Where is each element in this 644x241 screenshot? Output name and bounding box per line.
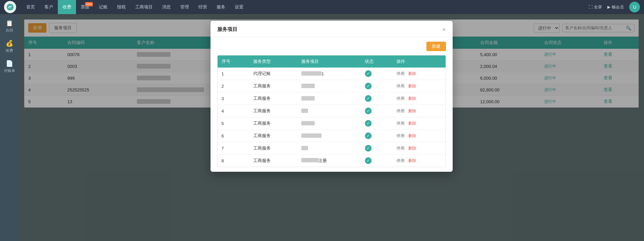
modal-cell-item (297, 130, 361, 142)
nav-settings[interactable]: 设置 (230, 0, 248, 14)
stop-button[interactable]: 停用 (396, 133, 405, 138)
modal-cell-seq: 4 (218, 105, 249, 117)
fullscreen-btn[interactable]: ⛶ 全屏 (589, 4, 602, 10)
modal-cell-seq: 1 (218, 68, 249, 80)
modal-cell-action: 停用 删除 (392, 130, 446, 142)
modal-cell-seq: 2 (218, 80, 249, 92)
modal-cell-item (297, 80, 361, 92)
modal-header-row: 序号 服务类型 服务项目 状态 操作 (218, 55, 446, 68)
modal-cell-seq: 3 (218, 92, 249, 105)
delete-button[interactable]: 删除 (408, 158, 416, 163)
list-item: 1 代理记账 1 ✓ 停用 删除 (218, 68, 446, 80)
stop-button[interactable]: 停用 (396, 109, 405, 113)
top-nav: 首页 客户 收费 票据 new 记账 报税 工商项目 消息 管理 经营 服务 设… (0, 0, 644, 14)
list-item: 4 工商服务 ✓ 停用 删除 (218, 105, 446, 117)
stop-button[interactable]: 停用 (396, 121, 405, 126)
stop-button[interactable]: 停用 (396, 84, 405, 88)
statement-icon: 📄 (6, 60, 13, 67)
stop-button[interactable]: 停用 (396, 146, 405, 151)
status-check-icon: ✓ (365, 157, 372, 164)
modal-cell-action: 停用 删除 (392, 92, 446, 105)
nav-home[interactable]: 首页 (22, 0, 40, 14)
sidebar-item-statement[interactable]: 📄 对账单 (1, 57, 18, 76)
nav-tax[interactable]: 报税 (112, 0, 130, 14)
delete-button[interactable]: 删除 (408, 146, 416, 151)
delete-button[interactable]: 删除 (408, 109, 416, 113)
modal-cell-item (297, 105, 361, 117)
sidebar-item-contract-label: 合同 (6, 28, 13, 33)
modal-cell-type: 工商服务 (249, 80, 297, 92)
modal-new-button[interactable]: 新建 (426, 42, 446, 51)
modal-col-seq: 序号 (218, 55, 249, 68)
nav-service[interactable]: 服务 (212, 0, 230, 14)
status-check-icon: ✓ (365, 145, 372, 152)
modal-cell-item (297, 117, 361, 130)
service-items-table: 序号 服务类型 服务项目 状态 操作 1 代理记账 1 ✓ 停用 (218, 55, 446, 167)
nav-bookkeeping[interactable]: 记账 (94, 0, 112, 14)
member-icon: ▶ (607, 5, 610, 9)
modal-close-button[interactable]: × (442, 27, 446, 33)
nav-manage[interactable]: 管理 (176, 0, 194, 14)
service-items-modal: 服务项目 × 新建 序号 服务类型 服务项目 (211, 21, 453, 172)
delete-button[interactable]: 删除 (408, 133, 416, 138)
modal-cell-action: 停用 删除 (392, 142, 446, 155)
modal-cell-item (297, 92, 361, 105)
stop-button[interactable]: 停用 (396, 71, 405, 76)
modal-cell-type: 工商服务 (249, 155, 297, 167)
main-content: 新增 服务项目 进行中 已完成 已终止 🔍 (19, 14, 644, 241)
status-check-icon: ✓ (365, 70, 372, 77)
list-item: 6 工商服务 ✓ 停用 删除 (218, 130, 446, 142)
fullscreen-icon: ⛶ (589, 5, 593, 9)
modal-cell-action: 停用 删除 (392, 68, 446, 80)
status-check-icon: ✓ (365, 132, 372, 139)
modal-table-wrap[interactable]: 序号 服务类型 服务项目 状态 操作 1 代理记账 1 ✓ 停用 (217, 55, 446, 167)
status-check-icon: ✓ (365, 108, 372, 114)
modal-cell-action: 停用 删除 (392, 117, 446, 130)
list-item: 7 工商服务 ✓ 停用 删除 (218, 142, 446, 155)
modal-cell-type: 工商服务 (249, 92, 297, 105)
modal-col-item: 服务项目 (297, 55, 361, 68)
delete-button[interactable]: 删除 (408, 96, 416, 101)
nav-business[interactable]: 工商项目 (130, 0, 157, 14)
modal-toolbar: 新建 (217, 42, 446, 51)
nav-customer[interactable]: 客户 (40, 0, 58, 14)
contract-icon: 📋 (6, 19, 13, 27)
modal-body: 新建 序号 服务类型 服务项目 状态 操作 (211, 37, 453, 172)
delete-button[interactable]: 删除 (408, 71, 416, 76)
stop-button[interactable]: 停用 (396, 158, 405, 163)
modal-cell-type: 代理记账 (249, 68, 297, 80)
modal-col-action: 操作 (392, 55, 446, 68)
modal-cell-seq: 8 (218, 155, 249, 167)
svg-point-0 (7, 4, 13, 10)
modal-cell-status: ✓ (361, 105, 392, 117)
modal-cell-item: 注册 (297, 155, 361, 167)
modal-title: 服务项目 (217, 26, 237, 33)
modal-cell-status: ✓ (361, 142, 392, 155)
modal-cell-type: 工商服务 (249, 142, 297, 155)
main-layout: 📋 合同 💰 收费 📄 对账单 新增 服务项目 进行中 已完成 已终止 (0, 14, 644, 241)
app-logo (4, 1, 16, 13)
sidebar-item-billing[interactable]: 💰 收费 (1, 37, 18, 56)
nav-billing[interactable]: 收费 (58, 0, 76, 14)
delete-button[interactable]: 删除 (408, 84, 416, 88)
list-item: 8 工商服务 注册 ✓ 停用 删除 (218, 155, 446, 167)
list-item: 3 工商服务 ✓ 停用 删除 (218, 92, 446, 105)
modal-header: 服务项目 × (211, 21, 453, 37)
member-btn[interactable]: ▶ 畅会员 (607, 4, 624, 10)
avatar[interactable]: U (629, 2, 640, 12)
nav-operation[interactable]: 经营 (194, 0, 212, 14)
sidebar-item-contract[interactable]: 📋 合同 (1, 17, 18, 36)
modal-cell-action: 停用 删除 (392, 155, 446, 167)
nav-invoice[interactable]: 票据 new (76, 0, 94, 14)
modal-cell-seq: 5 (218, 117, 249, 130)
nav-message[interactable]: 消息 (157, 0, 176, 14)
status-check-icon: ✓ (365, 120, 372, 127)
list-item: 5 工商服务 ✓ 停用 删除 (218, 117, 446, 130)
modal-cell-type: 工商服务 (249, 105, 297, 117)
stop-button[interactable]: 停用 (396, 96, 405, 101)
modal-cell-type: 工商服务 (249, 130, 297, 142)
delete-button[interactable]: 删除 (408, 121, 416, 126)
modal-col-status: 状态 (361, 55, 392, 68)
modal-cell-action: 停用 删除 (392, 80, 446, 92)
modal-cell-item (297, 142, 361, 155)
